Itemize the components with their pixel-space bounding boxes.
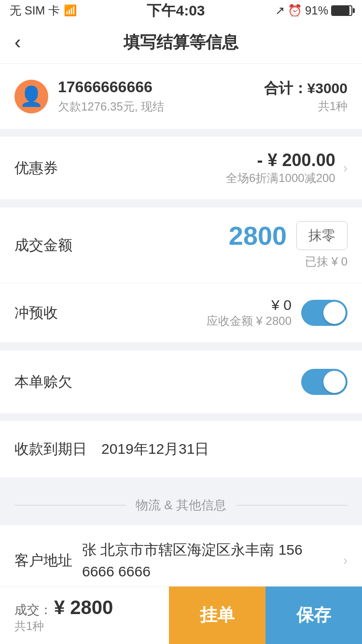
logistics-line-right bbox=[236, 505, 348, 505]
transaction-amount-row: 成交金额 2800 抹零 已抹 ¥ 0 bbox=[0, 208, 362, 283]
section-divider-2 bbox=[0, 343, 362, 350]
logistics-header: 物流 & 其他信息 bbox=[0, 485, 362, 525]
discount-right: - ¥ 200.00 全场6折满1000减200 › bbox=[226, 150, 348, 186]
debt-label: 本单赊欠 bbox=[14, 372, 72, 392]
due-date-label: 收款到期日 bbox=[14, 439, 87, 459]
page-title: 填写结算等信息 bbox=[124, 31, 238, 54]
save-button[interactable]: 保存 bbox=[265, 587, 362, 644]
alarm-icon: ⏰ bbox=[288, 4, 302, 17]
due-date-value: 2019年12月31日 bbox=[101, 439, 209, 459]
prepay-amount: ¥ 0 bbox=[207, 297, 292, 313]
discount-desc: 全场6折满1000减200 bbox=[226, 170, 335, 186]
battery-percent: 91% bbox=[305, 4, 328, 17]
transaction-label: 成交金额 bbox=[14, 236, 72, 255]
bottom-bar: 成交： ¥ 2800 共1种 挂单 保存 bbox=[0, 586, 362, 644]
customer-total: 合计：¥3000 bbox=[264, 79, 348, 98]
sim-label: 无 SIM 卡 bbox=[10, 3, 60, 18]
prepay-info: ¥ 0 应收金额 ¥ 2800 bbox=[207, 297, 292, 329]
logistics-line-left bbox=[14, 505, 126, 505]
header: ‹ 填写结算等信息 bbox=[0, 21, 362, 64]
discount-chevron-icon: › bbox=[343, 160, 348, 176]
bottom-amount: ¥ 2800 bbox=[54, 597, 113, 618]
prepay-toggle[interactable] bbox=[301, 300, 348, 326]
status-right: ↗ ⏰ 91% bbox=[275, 4, 352, 17]
address-label: 客户地址 bbox=[14, 551, 72, 571]
address-content: 张 北京市市辖区海淀区永丰南 156 6666 6666 bbox=[82, 539, 334, 582]
main-content: 👤 17666666666 欠款1276.35元, 现结 合计：¥3000 共1… bbox=[0, 64, 362, 644]
status-bar: 无 SIM 卡 📶 下午4:03 ↗ ⏰ 91% bbox=[0, 0, 362, 21]
prepay-row: 冲预收 ¥ 0 应收金额 ¥ 2800 bbox=[0, 283, 362, 343]
discount-label: 优惠券 bbox=[14, 158, 58, 178]
prepay-sub: 应收金额 ¥ 2800 bbox=[207, 313, 292, 329]
customer-info: 17666666666 欠款1276.35元, 现结 bbox=[58, 78, 164, 114]
prepay-right: ¥ 0 应收金额 ¥ 2800 bbox=[207, 297, 348, 329]
battery-icon bbox=[331, 5, 352, 16]
avatar-icon: 👤 bbox=[19, 85, 43, 108]
discount-row[interactable]: 优惠券 - ¥ 200.00 全场6折满1000减200 › bbox=[0, 137, 362, 200]
customer-count: 共1种 bbox=[264, 98, 348, 114]
debt-toggle[interactable] bbox=[301, 369, 348, 395]
location-icon: ↗ bbox=[275, 4, 285, 17]
debt-row: 本单赊欠 bbox=[0, 350, 362, 413]
avatar: 👤 bbox=[14, 80, 48, 113]
address-row[interactable]: 客户地址 张 北京市市辖区海淀区永丰南 156 6666 6666 › bbox=[0, 525, 362, 596]
section-divider-1 bbox=[0, 200, 362, 208]
bottom-count: 共1种 bbox=[14, 618, 154, 634]
transaction-sub: 已抹 ¥ 0 bbox=[305, 254, 348, 269]
customer-card: 👤 17666666666 欠款1276.35元, 现结 合计：¥3000 共1… bbox=[0, 64, 362, 129]
bottom-summary: 成交： ¥ 2800 共1种 bbox=[0, 597, 169, 634]
round-button[interactable]: 抹零 bbox=[296, 221, 348, 250]
customer-debt: 欠款1276.35元, 现结 bbox=[58, 99, 164, 114]
prepay-label: 冲预收 bbox=[14, 303, 58, 323]
status-time: 下午4:03 bbox=[147, 1, 205, 21]
customer-phone: 17666666666 bbox=[58, 78, 164, 96]
customer-left: 👤 17666666666 欠款1276.35元, 现结 bbox=[14, 78, 164, 114]
bottom-deal-label: 成交： bbox=[14, 602, 52, 618]
transaction-value: 2800 bbox=[229, 223, 287, 249]
address-chevron-icon: › bbox=[343, 553, 348, 568]
wifi-icon: 📶 bbox=[64, 4, 77, 17]
transaction-right: 2800 抹零 bbox=[229, 221, 348, 250]
discount-amount: - ¥ 200.00 bbox=[226, 150, 335, 170]
customer-right: 合计：¥3000 共1种 bbox=[264, 79, 348, 114]
logistics-title: 物流 & 其他信息 bbox=[136, 497, 226, 514]
back-button[interactable]: ‹ bbox=[10, 27, 26, 58]
due-date-row: 收款到期日 2019年12月31日 bbox=[0, 421, 362, 477]
status-left: 无 SIM 卡 📶 bbox=[10, 3, 77, 18]
hang-button[interactable]: 挂单 bbox=[169, 587, 265, 644]
